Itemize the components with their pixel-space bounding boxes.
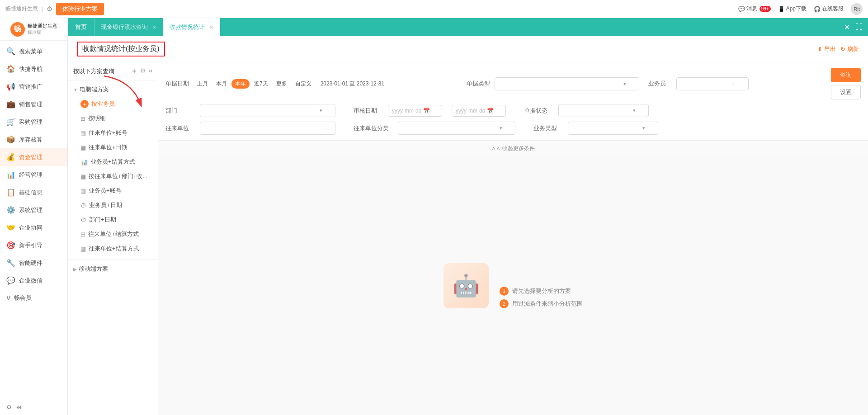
supplier-input-group[interactable]: ... bbox=[200, 122, 335, 135]
sidebar-footer[interactable]: ⚙ ⏮ bbox=[0, 399, 67, 415]
doc-status-select[interactable]: ▾ bbox=[558, 104, 649, 117]
sidebar-item-business[interactable]: 📊 经营管理 bbox=[0, 166, 67, 184]
panel-add-icon[interactable]: ＋ bbox=[131, 67, 137, 75]
sidebar-item-newbie[interactable]: 🎯 新手引导 bbox=[0, 236, 67, 254]
date-tab-last-month[interactable]: 上月 bbox=[193, 79, 212, 89]
filter-area: 单据日期 上月 本月 本年 近7天 更多 自定义 2023-01-01 至 20… bbox=[158, 62, 868, 141]
sidebar: 畅 畅捷通好生意 标准版 🔍 搜索菜单 🏠 快捷导航 📢 营销推广 💼 bbox=[0, 18, 68, 415]
sidebar-item-system[interactable]: ⚙️ 系统管理 bbox=[0, 201, 67, 219]
export-btn[interactable]: ⬆ 导出 bbox=[817, 45, 836, 53]
refresh-btn[interactable]: ↻ 刷新 bbox=[840, 45, 859, 53]
page-actions: ⬆ 导出 ↻ 刷新 bbox=[817, 45, 859, 53]
sidebar-item-basic[interactable]: 📋 基础信息 bbox=[0, 184, 67, 201]
tree-item-by-salesperson[interactable]: ● 按业务员 bbox=[68, 97, 158, 111]
tab-bank-flow-close[interactable]: ✕ bbox=[152, 24, 156, 30]
online-service-btn[interactable]: 🎧 在线客服 bbox=[814, 5, 844, 13]
main-layout: 畅 畅捷通好生意 标准版 🔍 搜索菜单 🏠 快捷导航 📢 营销推广 💼 bbox=[0, 18, 868, 415]
tree-item-supplier-settlement2[interactable]: ▦ 往来单位+结算方式 bbox=[68, 241, 158, 256]
review-date-group: yyyy-mm-dd 📅 — yyyy-mm-dd 📅 bbox=[388, 105, 506, 117]
review-date-label: 审核日期 bbox=[354, 107, 379, 115]
sidebar-footer-collapse[interactable]: ⏮ bbox=[15, 404, 21, 410]
marketing-icon: 📢 bbox=[6, 82, 15, 91]
refresh-icon: ↻ bbox=[840, 46, 845, 52]
tree-item-salesperson-settlement[interactable]: 📊 业务员+结算方式 bbox=[68, 155, 158, 169]
supplier-category-arrow: ▾ bbox=[500, 125, 502, 131]
sidebar-item-marketing[interactable]: 📢 营销推广 bbox=[0, 78, 67, 95]
tab-close-all-icon[interactable]: ✕ bbox=[844, 23, 850, 32]
review-date-end[interactable]: yyyy-mm-dd 📅 bbox=[452, 105, 506, 117]
quick-nav-icon: 🏠 bbox=[6, 65, 15, 73]
business-icon: 📊 bbox=[6, 170, 15, 179]
sidebar-item-finance[interactable]: 💰 资金管理 bbox=[0, 148, 67, 166]
tree-item-dept-date[interactable]: ⏱ 部门+日期 bbox=[68, 212, 158, 227]
empty-content: 🤖 1 请先选择要分析的方案 2 用过滤条件来缩小分析范围 bbox=[443, 263, 583, 308]
sidebar-item-sales[interactable]: 💼 销售管理 bbox=[0, 95, 67, 113]
review-date-start[interactable]: yyyy-mm-dd 📅 bbox=[388, 105, 442, 117]
sidebar-item-vip[interactable]: V 畅会员 bbox=[0, 289, 67, 307]
top-bar-right: 💬 消息 99+ 📱 App下载 🎧 在线客服 Rit bbox=[738, 3, 863, 15]
date-tab-this-year[interactable]: 本年 bbox=[231, 79, 250, 89]
supplier-dept-icon: ▦ bbox=[80, 173, 86, 180]
tree-item-supplier-settlement1[interactable]: ⊞ 往来单位+结算方式 bbox=[68, 227, 158, 241]
tab-receipt-stats[interactable]: 收款情况统计 ✕ bbox=[163, 18, 220, 36]
salesperson-date-icon: ⏱ bbox=[80, 202, 86, 209]
tab-bank-flow[interactable]: 现金银行流水查询 ✕ bbox=[94, 18, 163, 36]
sidebar-item-quick-nav[interactable]: 🏠 快捷导航 bbox=[0, 60, 67, 78]
tree-item-by-detail[interactable]: ⊞ 按明细 bbox=[68, 111, 158, 126]
sidebar-item-smart-hardware[interactable]: 🔧 智能硬件 bbox=[0, 254, 67, 272]
tree-item-supplier-date[interactable]: ▦ 往来单位+日期 bbox=[68, 140, 158, 155]
supplier-account-icon: ▦ bbox=[80, 130, 86, 137]
vip-icon: V bbox=[6, 294, 10, 302]
sidebar-item-search-menu[interactable]: 🔍 搜索菜单 bbox=[0, 42, 67, 60]
tree-item-supplier-account[interactable]: ▦ 往来单位+账号 bbox=[68, 126, 158, 140]
salesperson-select[interactable]: ··· bbox=[676, 77, 749, 90]
date-tab-7days[interactable]: 近7天 bbox=[250, 79, 272, 89]
sidebar-item-purchase[interactable]: 🛒 采购管理 bbox=[0, 113, 67, 131]
collapse-bar[interactable]: ∧∧ 收起更多条件 bbox=[158, 141, 868, 156]
logo-name: 畅捷通好生意 bbox=[28, 23, 57, 29]
tree-item-salesperson-account[interactable]: ▦ 业务员+账号 bbox=[68, 184, 158, 198]
filter-row-2: 部门 ▾ 审核日期 yyyy-mm-dd 📅 — bbox=[165, 104, 861, 117]
tree-item-salesperson-date[interactable]: ⏱ 业务员+日期 bbox=[68, 198, 158, 212]
date-tab-this-month[interactable]: 本月 bbox=[212, 79, 231, 89]
sidebar-item-wechat[interactable]: 💬 企业微信 bbox=[0, 272, 67, 289]
messages-btn[interactable]: 💬 消息 99+ bbox=[738, 5, 771, 13]
panel-header-actions: ＋ ⚙ « bbox=[131, 67, 152, 75]
calendar-end-icon: 📅 bbox=[487, 108, 494, 114]
supplier-category-select[interactable]: ▾ bbox=[398, 122, 515, 135]
tab-home[interactable]: 首页 bbox=[68, 18, 94, 36]
tree-parent-desktop[interactable]: ▼ 电脑端方案 bbox=[68, 82, 158, 97]
sidebar-item-enterprise[interactable]: 🤝 企业协同 bbox=[0, 219, 67, 236]
message-badge: 99+ bbox=[760, 6, 771, 12]
doctype-select[interactable]: ▾ bbox=[495, 77, 639, 90]
sidebar-item-inventory[interactable]: 📦 库存核算 bbox=[0, 131, 67, 148]
app-download-btn[interactable]: 📱 App下载 bbox=[778, 5, 807, 13]
query-button[interactable]: 查询 bbox=[831, 68, 861, 82]
supplier-dots[interactable]: ... bbox=[325, 125, 330, 132]
doctype-arrow: ▾ bbox=[623, 81, 626, 87]
supplier-date-icon: ▦ bbox=[80, 144, 86, 151]
tree-parent-mobile[interactable]: ▶ 移动端方案 bbox=[68, 262, 158, 276]
dept-select[interactable]: ▾ bbox=[200, 104, 335, 117]
panel-collapse-icon[interactable]: « bbox=[149, 67, 152, 75]
inventory-icon: 📦 bbox=[6, 135, 15, 144]
panel-settings-icon[interactable]: ⚙ bbox=[140, 67, 146, 75]
date-tab-custom[interactable]: 自定义 bbox=[292, 79, 315, 89]
date-tab-more[interactable]: 更多 bbox=[273, 79, 291, 89]
user-avatar[interactable]: Rit bbox=[851, 3, 863, 15]
biz-type-select[interactable]: ▾ bbox=[568, 122, 658, 135]
active-indicator: ● bbox=[80, 100, 89, 108]
logo-icon: 畅 bbox=[10, 22, 25, 37]
tab-receipt-stats-close[interactable]: ✕ bbox=[209, 24, 213, 30]
panel-header: 按以下方案查询 ＋ ⚙ « bbox=[68, 62, 158, 80]
tree-item-supplier-dept-receipt[interactable]: ▦ 按往来单位+部门+收... bbox=[68, 169, 158, 184]
trial-button[interactable]: 体验行业方案 bbox=[56, 3, 104, 15]
download-icon: 📱 bbox=[778, 6, 785, 12]
settings-icon[interactable]: ⚙ bbox=[47, 5, 52, 13]
doc-status-value bbox=[562, 107, 568, 114]
dept-value bbox=[204, 107, 209, 114]
settings-button[interactable]: 设置 bbox=[831, 85, 861, 99]
tree-collapse-icon: ▶ bbox=[73, 267, 77, 272]
supplier-category-value bbox=[402, 124, 407, 132]
tab-expand-icon[interactable]: ⛶ bbox=[855, 23, 863, 31]
